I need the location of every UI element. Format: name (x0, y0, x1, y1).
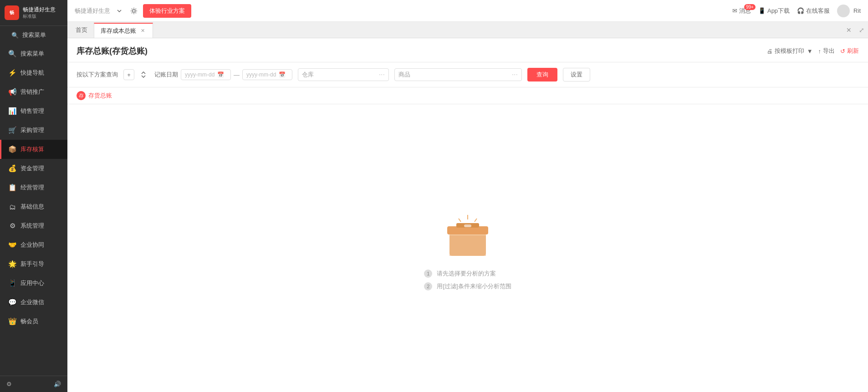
topbar-dropdown[interactable] (114, 5, 125, 16)
goods-more-icon[interactable]: ··· (512, 71, 518, 79)
tab-close-icon[interactable]: ✕ (139, 27, 146, 35)
corp-icon: 🤝 (8, 240, 17, 249)
sidebar-item-sales[interactable]: 📊 销售管理 (0, 102, 67, 121)
online-support-button[interactable]: 🎧 在线客服 (797, 7, 830, 15)
marketing-icon: 📢 (8, 87, 17, 97)
sidebar-item-wechat[interactable]: 💬 企业微信 (0, 293, 67, 312)
tab-bar: 首页 库存成本总账 ✕ ✕ ⤢ (67, 22, 868, 38)
sidebar-item-label: 营销推广 (20, 88, 44, 96)
sidebar-item-purchase[interactable]: 🛒 采购管理 (0, 121, 67, 140)
audio-icon[interactable]: 🔊 (54, 381, 61, 387)
brand-name: 畅捷通好生意 标准版 (23, 6, 56, 20)
tab-close-panel-button[interactable]: ✕ (842, 24, 855, 36)
app-download-button[interactable]: 📱 App下载 (758, 7, 790, 15)
filter-add-button[interactable]: + (123, 69, 134, 80)
sidebar-item-inventory[interactable]: 📦 库存核算 (0, 140, 67, 159)
print-dropdown-icon[interactable]: ▼ (807, 48, 813, 55)
warehouse-filter-group: 仓库 ··· (298, 68, 389, 81)
sidebar-footer: ⚙ 🔊 (0, 376, 67, 392)
page: 库存总账(存货总账) 🖨 按模板打印 ▼ ↑ 导出 ↺ 刷新 (67, 38, 868, 392)
hint-num-1: 1 (424, 270, 432, 278)
sidebar-item-label: 资金管理 (20, 164, 44, 173)
date-label: 记账日期 (154, 71, 178, 79)
sidebar-item-business[interactable]: 📋 经营管理 (0, 178, 67, 197)
set-button[interactable]: 设置 (563, 68, 590, 81)
topbar: 畅捷通好生意 体验行业方案 ✉ 消息 99+ 📱 App下载 🎧 在线客服 (67, 0, 868, 22)
sidebar-nav: 🔍 搜索菜单 ⚡ 快捷导航 📢 营销推广 📊 销售管理 🛒 采购管理 📦 库存核… (0, 44, 67, 376)
phone-icon: 📱 (758, 7, 766, 14)
sidebar-item-label: 企业协同 (20, 241, 44, 249)
goods-filter-group: 商品 ··· (394, 68, 522, 81)
user-menu[interactable]: Rit (837, 5, 861, 17)
calendar-start-icon[interactable]: 📅 (217, 71, 224, 78)
date-filter-group: 记账日期 yyyy-mm-dd 📅 — yyyy-mm-dd 📅 (154, 69, 292, 80)
sidebar-item-label: 新手引导 (20, 260, 44, 268)
sub-filter-inventory[interactable]: 存 存货总账 (77, 91, 112, 100)
sidebar-item-guide[interactable]: 🌟 新手引导 (0, 255, 67, 274)
sidebar-item-appstore[interactable]: 📱 应用中心 (0, 274, 67, 293)
headset-icon: 🎧 (797, 7, 804, 14)
hint-num-2: 2 (424, 282, 432, 290)
message-button[interactable]: ✉ 消息 99+ (732, 7, 751, 15)
sidebar-item-label: 畅会员 (20, 317, 38, 326)
filter-actions: + (123, 69, 149, 80)
avatar (837, 5, 850, 17)
sidebar-item-basic[interactable]: 🗂 基础信息 (0, 197, 67, 216)
calendar-end-icon[interactable]: 📅 (279, 71, 286, 78)
filter-row: 记账日期 yyyy-mm-dd 📅 — yyyy-mm-dd 📅 (154, 68, 859, 81)
message-badge: 99+ (744, 4, 756, 10)
goods-select[interactable]: 商品 ··· (394, 68, 522, 81)
topbar-right: ✉ 消息 99+ 📱 App下载 🎧 在线客服 Rit (732, 5, 861, 17)
topbar-settings-icon[interactable] (128, 5, 139, 16)
appstore-icon: 📱 (8, 279, 17, 288)
sidebar-item-label: 快捷导航 (20, 69, 44, 77)
search-icon: 🔍 (11, 32, 19, 39)
empty-hint-2: 2 用[过滤]条件来缩小分析范围 (424, 282, 511, 290)
business-icon: 📋 (8, 183, 17, 192)
tab-home[interactable]: 首页 (69, 22, 94, 38)
sidebar-item-search[interactable]: 🔍 搜索菜单 (0, 44, 67, 63)
export-button[interactable]: ↑ 导出 (818, 47, 835, 55)
settings-icon[interactable]: ⚙ (6, 381, 12, 387)
warehouse-more-icon[interactable]: ··· (379, 71, 385, 79)
date-start-input[interactable]: yyyy-mm-dd 📅 (181, 69, 231, 80)
svg-line-6 (475, 219, 477, 222)
sidebar-item-marketing[interactable]: 📢 营销推广 (0, 82, 67, 102)
tab-expand-icon[interactable]: ⤢ (855, 24, 868, 36)
main-area: 畅捷通好生意 体验行业方案 ✉ 消息 99+ 📱 App下载 🎧 在线客服 (67, 0, 868, 392)
member-icon: 👑 (8, 317, 17, 326)
query-button[interactable]: 查询 (527, 68, 557, 81)
sidebar-item-system[interactable]: ⚙ 系统管理 (0, 216, 67, 235)
guide-icon: 🌟 (8, 260, 17, 269)
print-icon: 🖨 (767, 48, 773, 55)
svg-rect-8 (464, 224, 471, 227)
message-icon: ✉ (732, 7, 737, 14)
filter-collapse-button[interactable] (138, 69, 149, 80)
filter-label: 按以下方案查询 (77, 71, 118, 79)
inventory-icon: 📦 (8, 145, 17, 154)
search-icon: 🔍 (8, 49, 17, 58)
app-logo: 畅 (5, 5, 19, 20)
warehouse-select[interactable]: 仓库 ··· (298, 68, 389, 81)
date-end-input[interactable]: yyyy-mm-dd 📅 (242, 69, 292, 80)
finance-icon: 💰 (8, 164, 17, 173)
sidebar-search[interactable]: 🔍 搜索菜单 (0, 26, 67, 44)
sidebar-item-corp[interactable]: 🤝 企业协同 (0, 235, 67, 255)
page-title: 库存总账(存货总账) (77, 46, 148, 56)
sidebar-item-label: 系统管理 (20, 222, 44, 230)
sidebar-item-label: 应用中心 (20, 279, 44, 287)
print-button[interactable]: 🖨 按模板打印 ▼ (767, 47, 813, 55)
sidebar-item-label: 销售管理 (20, 107, 44, 115)
export-icon: ↑ (818, 48, 822, 55)
refresh-button[interactable]: ↺ 刷新 (840, 47, 859, 55)
refresh-icon: ↺ (840, 48, 845, 55)
sidebar-item-finance[interactable]: 💰 资金管理 (0, 159, 67, 178)
inventory-icon: 存 (77, 91, 86, 100)
sidebar-item-shortcut[interactable]: ⚡ 快捷导航 (0, 63, 67, 82)
industry-solution-button[interactable]: 体验行业方案 (143, 4, 191, 18)
tab-inventory-cost[interactable]: 库存成本总账 ✕ (94, 23, 153, 38)
sidebar-item-label: 库存核算 (20, 145, 44, 153)
basic-icon: 🗂 (8, 202, 17, 211)
sidebar-item-member[interactable]: 👑 畅会员 (0, 312, 67, 331)
sidebar-item-label: 企业微信 (20, 298, 44, 306)
